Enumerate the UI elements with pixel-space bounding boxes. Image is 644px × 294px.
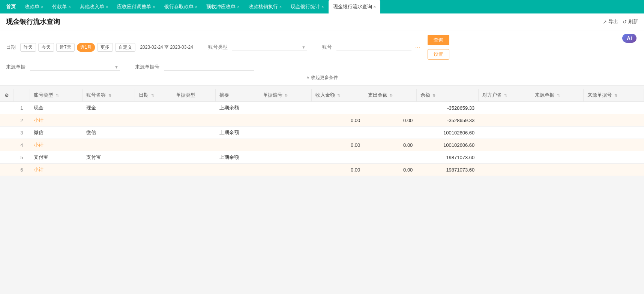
table-container: ⚙ 账号类型 ⇅ 账号名称 ⇅ 日期 ⇅ 单据类型 摘要 单据编号 ⇅ 收入金额… [0,89,644,176]
td-doc-no [259,114,311,127]
date-btn-more[interactable]: 更多 [97,43,113,52]
source-doc-select-wrapper: ▼ [30,63,120,71]
th-expense[interactable]: 支出金额 ⇅ [364,89,416,102]
nav-bank-deposit[interactable]: 银行存取款单 × [160,0,202,13]
account-dots-button[interactable]: ··· [415,44,420,51]
nav-bank-deposit-label: 银行存取款单 [164,3,194,10]
td-counterparty [478,114,531,127]
td-idx: 1 [14,102,30,114]
th-balance[interactable]: 余额 ⇅ [416,89,478,102]
account-type-filter: 账号类型 ▼ [208,43,307,51]
nav-receipt-verify-close[interactable]: × [279,4,282,9]
source-doc-filter: 来源单据 ▼ [6,63,120,71]
account-input[interactable] [336,43,411,51]
td-balance: 19871073.60 [416,151,478,164]
table-row[interactable]: 3微信微信上期余额100102606.60 [0,127,644,139]
nav-ar-ap-adjust-label: 应收应付调整单 [117,3,151,10]
collapse-bar[interactable]: ∧ 收起更多条件 [6,75,638,81]
td-account-name [83,114,135,127]
td-income: 0.00 [311,164,364,176]
query-button[interactable]: 查询 [428,35,449,45]
th-counterparty[interactable]: 对方户名 ⇅ [478,89,531,102]
table-body: 1现金现金上期余额-3528659.332小计0.000.00-3528659.… [0,102,644,176]
td-balance: 100102606.60 [416,139,478,151]
td-doc-no [259,139,311,151]
date-btn-7days[interactable]: 近7天 [56,43,75,52]
td-income: 0.00 [311,139,364,151]
nav-advance-ar-close[interactable]: × [237,4,239,9]
td-expense: 0.00 [364,139,416,151]
date-label: 日期 [6,44,16,51]
nav-ar-ap-adjust-close[interactable]: × [153,4,155,9]
date-btn-custom[interactable]: 自定义 [115,43,135,52]
td-gear [0,114,14,127]
table-row[interactable]: 1现金现金上期余额-3528659.33 [0,102,644,114]
nav-cash-bank-flow[interactable]: 现金银行流水查询 × [329,0,380,13]
refresh-button[interactable]: ↺ 刷新 [623,18,638,25]
filter-area: 日期 昨天 今天 近7天 近1月 更多 自定义 2023-02-24 至 202… [0,30,644,86]
td-source-doc [531,114,583,127]
td-expense [364,151,416,164]
nav-receipt-verify[interactable]: 收款核销执行 × [244,0,286,13]
td-counterparty [478,139,531,151]
th-idx [14,89,30,102]
date-btn-1month[interactable]: 近1月 [77,43,95,52]
source-doc-no-input[interactable] [164,63,254,71]
nav-receipt-close[interactable]: × [41,4,43,9]
nav-home[interactable]: 首页 [2,0,20,13]
table-row[interactable]: 6小计0.000.0019871073.60 [0,164,644,176]
account-type-select[interactable] [232,43,307,51]
th-income[interactable]: 收入金额 ⇅ [311,89,364,102]
nav-other-income[interactable]: 其他收入单 × [75,0,113,13]
td-summary [216,139,259,151]
th-gear[interactable]: ⚙ [0,89,14,102]
nav-bank-deposit-close[interactable]: × [195,4,197,9]
date-btn-today[interactable]: 今天 [38,43,54,52]
nav-cash-bank-flow-close[interactable]: × [374,4,376,9]
nav-receipt[interactable]: 收款单 × [20,0,48,13]
export-label: 导出 [608,18,618,25]
nav-payment-close[interactable]: × [68,4,71,9]
th-doc-no[interactable]: 单据编号 ⇅ [259,89,311,102]
th-source-doc[interactable]: 来源单据 ⇅ [531,89,583,102]
table-row[interactable]: 2小计0.000.00-3528659.33 [0,114,644,127]
nav-cash-bank-stats-close[interactable]: × [321,4,324,9]
td-balance: 19871073.60 [416,164,478,176]
td-summary [216,164,259,176]
td-expense [364,127,416,139]
table-row[interactable]: 4小计0.000.00100102606.60 [0,139,644,151]
td-doc-type [172,114,216,127]
td-gear [0,151,14,164]
td-balance: 100102606.60 [416,127,478,139]
td-source-doc-no [583,151,644,164]
nav-cash-bank-stats[interactable]: 现金银行统计 × [286,0,328,13]
td-source-doc-no [583,164,644,176]
td-date [135,151,172,164]
td-date [135,139,172,151]
refresh-icon: ↺ [623,19,627,25]
ai-badge[interactable]: Ai [622,34,636,43]
export-button[interactable]: ↗ 导出 [603,18,618,25]
td-gear [0,164,14,176]
source-doc-select[interactable] [30,63,120,70]
nav-advance-ar[interactable]: 预收冲应收单 × [202,0,244,13]
td-doc-no [259,151,311,164]
td-account-name: 支付宝 [83,151,135,164]
th-account-name[interactable]: 账号名称 ⇅ [83,89,135,102]
date-btn-yesterday[interactable]: 昨天 [20,43,36,52]
nav-cash-bank-stats-label: 现金银行统计 [291,3,320,10]
table-row[interactable]: 5支付宝支付宝上期余额19871073.60 [0,151,644,164]
nav-other-income-close[interactable]: × [106,4,108,9]
td-income [311,127,364,139]
th-date[interactable]: 日期 ⇅ [135,89,172,102]
td-idx: 6 [14,164,30,176]
td-account-type: 微信 [30,127,83,139]
th-summary: 摘要 [216,89,259,102]
settings-button[interactable]: 设置 [428,49,449,60]
nav-other-income-label: 其他收入单 [80,3,104,10]
th-account-type[interactable]: 账号类型 ⇅ [30,89,83,102]
nav-ar-ap-adjust[interactable]: 应收应付调整单 × [113,0,159,13]
source-doc-no-filter: 来源单据号 [135,63,254,71]
th-source-doc-no[interactable]: 来源单据号 ⇅ [583,89,644,102]
nav-payment[interactable]: 付款单 × [48,0,75,13]
